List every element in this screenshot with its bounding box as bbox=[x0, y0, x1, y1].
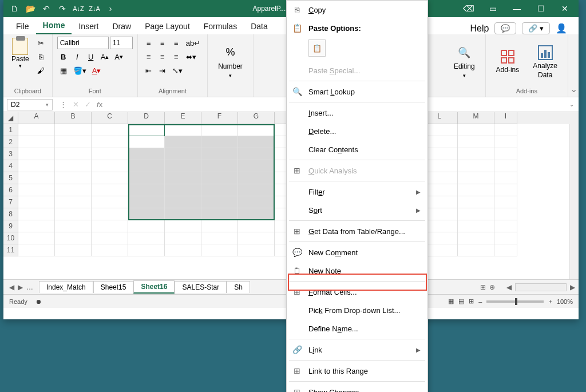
cell[interactable] bbox=[165, 160, 201, 172]
cell[interactable] bbox=[55, 220, 92, 232]
col-header[interactable]: E bbox=[165, 112, 201, 124]
name-box[interactable]: D2▾ bbox=[7, 99, 53, 110]
align-middle-button[interactable]: ≡ bbox=[156, 37, 169, 49]
cell[interactable] bbox=[165, 136, 201, 148]
cell[interactable] bbox=[18, 136, 55, 148]
cell[interactable] bbox=[165, 232, 201, 244]
tab-draw[interactable]: Draw bbox=[105, 18, 138, 34]
cell[interactable] bbox=[458, 196, 494, 208]
cell[interactable] bbox=[458, 172, 494, 184]
increase-indent-button[interactable]: ⇥ bbox=[156, 64, 169, 77]
italic-button[interactable]: I bbox=[71, 50, 84, 63]
align-center-button[interactable]: ≡ bbox=[156, 50, 169, 63]
borders-button[interactable]: ▦ bbox=[57, 64, 70, 77]
cell[interactable] bbox=[494, 244, 517, 256]
cell[interactable] bbox=[128, 208, 165, 220]
fill-color-button[interactable]: 🪣▾ bbox=[71, 64, 89, 77]
tab-home[interactable]: Home bbox=[36, 17, 72, 34]
underline-button[interactable]: U bbox=[85, 50, 97, 63]
row-header[interactable]: 7 bbox=[3, 196, 18, 208]
cell[interactable] bbox=[201, 232, 238, 244]
cell[interactable] bbox=[494, 160, 517, 172]
cell[interactable] bbox=[128, 220, 165, 232]
cell[interactable] bbox=[128, 184, 165, 196]
tab-formulas[interactable]: Formulas bbox=[197, 18, 244, 34]
cell[interactable] bbox=[238, 160, 275, 172]
analyze-data-button[interactable]: Analyze Data bbox=[527, 37, 563, 86]
cell[interactable] bbox=[55, 124, 92, 136]
cell[interactable] bbox=[238, 124, 275, 136]
view-page-icon[interactable]: ▤ bbox=[458, 298, 464, 305]
cell[interactable] bbox=[458, 208, 494, 220]
font-size-combo[interactable] bbox=[110, 37, 133, 49]
row-header[interactable]: 10 bbox=[3, 232, 18, 244]
cm-new-comment[interactable]: 💬New Comment bbox=[287, 243, 427, 262]
cell[interactable] bbox=[201, 148, 238, 160]
cell[interactable] bbox=[128, 160, 165, 172]
cell[interactable] bbox=[165, 172, 201, 184]
cell[interactable] bbox=[92, 220, 128, 232]
copy-button[interactable]: ⎘ bbox=[35, 50, 47, 63]
cell[interactable] bbox=[18, 148, 55, 160]
cell[interactable] bbox=[18, 244, 55, 256]
cell[interactable] bbox=[55, 136, 92, 148]
sheet-nav-next-icon[interactable]: ▶ bbox=[18, 283, 23, 291]
align-right-button[interactable]: ≡ bbox=[170, 50, 183, 63]
cell[interactable] bbox=[494, 136, 517, 148]
cell[interactable] bbox=[494, 124, 517, 136]
cell[interactable] bbox=[18, 232, 55, 244]
cell[interactable] bbox=[238, 244, 275, 256]
cm-clear-contents[interactable]: Clear Contents bbox=[287, 140, 427, 159]
cell[interactable] bbox=[92, 160, 128, 172]
cell[interactable] bbox=[55, 208, 92, 220]
col-header[interactable]: D bbox=[128, 112, 165, 124]
cell[interactable] bbox=[92, 184, 128, 196]
col-header[interactable]: F bbox=[201, 112, 238, 124]
cell[interactable] bbox=[238, 172, 275, 184]
cell[interactable] bbox=[201, 184, 238, 196]
cell[interactable] bbox=[201, 220, 238, 232]
display-settings-icon[interactable]: ⊞ bbox=[480, 283, 486, 291]
cell[interactable] bbox=[128, 196, 165, 208]
cell[interactable] bbox=[458, 124, 494, 136]
row-header[interactable]: 6 bbox=[3, 184, 18, 196]
minimize-button[interactable]: — bbox=[505, 1, 528, 17]
close-button[interactable]: ✕ bbox=[553, 1, 576, 17]
cell[interactable] bbox=[238, 184, 275, 196]
cell[interactable] bbox=[92, 172, 128, 184]
sheet-tab[interactable]: Sh bbox=[227, 281, 250, 293]
orientation-button[interactable]: ⤡▾ bbox=[170, 64, 185, 77]
cell[interactable] bbox=[201, 196, 238, 208]
cm-show-changes[interactable]: ⊞Show Changes bbox=[287, 383, 427, 392]
cell[interactable] bbox=[165, 148, 201, 160]
cell[interactable] bbox=[201, 160, 238, 172]
maximize-button[interactable]: ☐ bbox=[529, 1, 552, 17]
sheet-nav-more-icon[interactable]: … bbox=[26, 283, 33, 291]
cell[interactable] bbox=[238, 148, 275, 160]
cell[interactable] bbox=[201, 172, 238, 184]
cm-link[interactable]: 🔗Link▶ bbox=[287, 340, 427, 359]
cell[interactable] bbox=[165, 124, 201, 136]
row-header[interactable]: 4 bbox=[3, 160, 18, 172]
cell[interactable] bbox=[18, 172, 55, 184]
cell[interactable] bbox=[201, 136, 238, 148]
cell[interactable] bbox=[55, 244, 92, 256]
col-header[interactable]: C bbox=[92, 112, 128, 124]
fx-icon[interactable]: fx bbox=[97, 100, 102, 109]
hscroll-left-icon[interactable]: ◀ bbox=[506, 283, 512, 291]
ribbon-display-icon[interactable]: ▭ bbox=[481, 1, 504, 17]
new-file-icon[interactable]: 🗋 bbox=[9, 3, 19, 14]
cell[interactable] bbox=[238, 220, 275, 232]
zoom-level[interactable]: 100% bbox=[557, 298, 573, 305]
cell[interactable] bbox=[238, 196, 275, 208]
cm-filter[interactable]: Filter▶ bbox=[287, 183, 427, 201]
cm-new-note[interactable]: 🗒New Note bbox=[287, 262, 427, 280]
cell[interactable] bbox=[238, 136, 275, 148]
format-painter-button[interactable]: 🖌 bbox=[35, 64, 47, 77]
new-sheet-icon[interactable]: ⊕ bbox=[489, 283, 495, 291]
zoom-in-button[interactable]: + bbox=[548, 298, 552, 305]
comments-button[interactable]: 💬 bbox=[494, 22, 516, 34]
cell[interactable] bbox=[55, 184, 92, 196]
col-header[interactable]: M bbox=[458, 112, 494, 124]
cell[interactable] bbox=[494, 184, 517, 196]
